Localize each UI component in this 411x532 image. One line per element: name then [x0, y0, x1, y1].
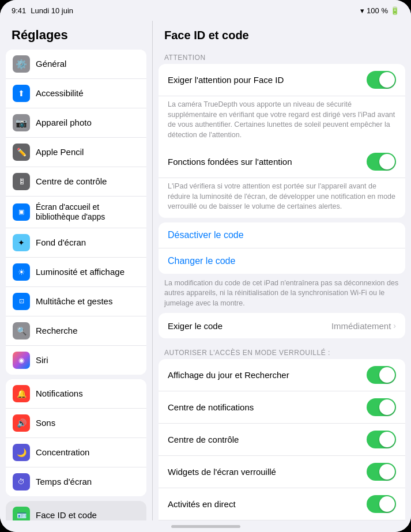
sidebar-item-apple-pencil[interactable]: ✏️ Apple Pencil — [6, 138, 146, 167]
row-deactivate-code[interactable]: Désactiver le code — [159, 222, 405, 248]
status-bar-left: 9:41 Lundi 10 juin — [12, 6, 141, 15]
card-require-code: Exiger le code Immédiatement › — [159, 313, 405, 338]
control-center-icon: 🎛 — [13, 173, 30, 190]
multitask-icon: ⊡ — [13, 293, 30, 310]
apple-pencil-icon: ✏️ — [13, 144, 30, 161]
sidebar-title: Réglages — [0, 21, 152, 47]
sidebar-item-focus[interactable]: 🌙 Concentration — [6, 438, 146, 467]
toggle-knob — [379, 432, 395, 447]
ipad-frame: 9:41 Lundi 10 juin ▾ 100 % 🔋 Réglages ⚙️… — [0, 0, 411, 532]
sidebar-item-notifications[interactable]: 🔔 Notifications — [6, 379, 146, 409]
sidebar-item-label: Sons — [36, 418, 55, 428]
sidebar-item-label: Temps d'écran — [36, 477, 92, 487]
face-id-icon: 🪪 — [13, 507, 30, 520]
sidebar-item-label: Siri — [36, 355, 48, 365]
row-live-activities[interactable]: Activités en direct — [159, 488, 405, 520]
card-code-actions: Désactiver le code Changer le code — [159, 222, 405, 274]
sidebar-item-search[interactable]: 🔍 Recherche — [6, 316, 146, 346]
require-attention-label: Exiger l'attention pour Face ID — [168, 75, 367, 85]
battery-icon: 🔋 — [390, 6, 399, 15]
row-control-center-lock[interactable]: Centre de contrôle — [159, 424, 405, 456]
sidebar-item-control-center[interactable]: 🎛 Centre de contrôle — [6, 167, 146, 197]
section-label-attention: ATTENTION — [153, 48, 411, 64]
card-attention: Exiger l'attention pour Face ID La camér… — [159, 64, 405, 218]
require-code-value: Immédiatement — [331, 321, 391, 331]
status-date: Lundi 10 juin — [31, 6, 73, 15]
sidebar-item-camera[interactable]: 📷 Appareil photo — [6, 108, 146, 138]
notif-center-label: Centre de notifications — [168, 402, 367, 412]
sidebar-group-2: 🔔 Notifications 🔊 Sons 🌙 Concentration ⏱… — [6, 379, 146, 496]
sidebar-item-face-id[interactable]: 🪪 Face ID et code — [6, 501, 146, 520]
detail-panel: Face ID et code ATTENTION Exiger l'atten… — [153, 21, 411, 520]
sidebar-item-label: Apple Pencil — [36, 147, 84, 157]
toggle-knob — [379, 496, 395, 512]
sidebar-item-label: Concentration — [36, 447, 89, 458]
sidebar-item-label: Général — [36, 59, 66, 69]
attention-features-toggle[interactable] — [367, 153, 396, 171]
sidebar-item-label: Appareil photo — [36, 118, 92, 128]
require-attention-desc: La caméra TrueDepth vous apporte un nive… — [159, 96, 405, 146]
home-bar — [171, 525, 240, 528]
sidebar-item-sounds[interactable]: 🔊 Sons — [6, 409, 146, 438]
sidebar-item-wallpaper[interactable]: ✦ Fond d'écran — [6, 228, 146, 258]
today-search-toggle[interactable] — [367, 366, 396, 384]
sidebar-item-general[interactable]: ⚙️ Général — [6, 50, 146, 79]
sidebar-item-label: Écran d'accueil et bibliothèque d'apps — [36, 202, 139, 222]
toggle-knob — [379, 367, 395, 383]
card-locked-access: Affichage du jour et Rechercher Centre d… — [159, 359, 405, 520]
search-icon: 🔍 — [13, 322, 30, 339]
sidebar-item-label: Fond d'écran — [36, 237, 86, 248]
sidebar-item-multitask[interactable]: ⊡ Multitâche et gestes — [6, 287, 146, 316]
wallpaper-icon: ✦ — [13, 234, 30, 251]
row-attention-features[interactable]: Fonctions fondées sur l'attention — [159, 146, 405, 178]
widgets-toggle[interactable] — [367, 463, 396, 481]
row-today-search[interactable]: Affichage du jour et Rechercher — [159, 359, 405, 391]
live-activities-toggle[interactable] — [367, 495, 396, 513]
sounds-icon: 🔊 — [13, 414, 30, 432]
require-attention-toggle[interactable] — [367, 71, 396, 89]
toggle-knob — [379, 72, 395, 88]
general-icon: ⚙️ — [13, 55, 30, 73]
notifications-icon: 🔔 — [13, 385, 30, 402]
sidebar-item-label: Recherche — [36, 326, 78, 336]
row-change-code[interactable]: Changer le code — [159, 248, 405, 274]
notif-center-toggle[interactable] — [367, 398, 396, 416]
detail-title: Face ID et code — [153, 21, 411, 48]
row-require-attention[interactable]: Exiger l'attention pour Face ID — [159, 64, 405, 96]
sidebar-group-1: ⚙️ Général ⬆ Accessibilité 📷 Appareil ph… — [6, 50, 146, 375]
today-search-label: Affichage du jour et Rechercher — [168, 370, 367, 380]
siri-icon: ◉ — [13, 352, 30, 369]
sidebar-item-home-screen[interactable]: ▣ Écran d'accueil et bibliothèque d'apps — [6, 197, 146, 228]
sidebar-item-label: Centre de contrôle — [36, 176, 107, 187]
chevron-icon: › — [393, 321, 396, 330]
sidebar-item-display[interactable]: ☀ Luminosité et affichage — [6, 258, 146, 287]
require-code-label: Exiger le code — [168, 321, 331, 331]
accessibility-icon: ⬆ — [13, 85, 30, 102]
status-bar-right: ▾ 100 % 🔋 — [270, 6, 399, 15]
sidebar-item-label: Multitâche et gestes — [36, 296, 112, 307]
focus-icon: 🌙 — [13, 444, 30, 461]
battery-text: 100 % — [367, 6, 388, 15]
camera-icon: 📷 — [13, 114, 30, 131]
sidebar-item-label: Accessibilité — [36, 88, 84, 99]
sidebar-item-siri[interactable]: ◉ Siri — [6, 346, 146, 375]
change-code-link: Changer le code — [168, 256, 235, 266]
live-activities-label: Activités en direct — [168, 499, 367, 509]
toggle-knob — [379, 399, 395, 415]
control-center-lock-toggle[interactable] — [367, 431, 396, 448]
main-content: Réglages ⚙️ Général ⬆ Accessibilité 📷 Ap… — [0, 21, 411, 520]
section-label-locked: AUTORISER L'ACCÈS EN MODE VERROUILLÉ : — [153, 343, 411, 359]
wifi-icon: ▾ — [360, 6, 364, 15]
row-notif-center[interactable]: Centre de notifications — [159, 391, 405, 424]
deactivate-code-link: Désactiver le code — [168, 230, 244, 240]
row-require-code[interactable]: Exiger le code Immédiatement › — [159, 313, 405, 338]
attention-features-label: Fonctions fondées sur l'attention — [168, 157, 367, 167]
sidebar-group-3: 🪪 Face ID et code 🤚 Confidentialité et s… — [6, 501, 146, 520]
sidebar-item-accessibility[interactable]: ⬆ Accessibilité — [6, 79, 146, 108]
home-indicator — [0, 520, 411, 532]
status-time: 9:41 — [12, 6, 26, 15]
control-center-lock-label: Centre de contrôle — [168, 435, 367, 444]
widgets-label: Widgets de l'écran verrouillé — [168, 467, 367, 477]
row-widgets[interactable]: Widgets de l'écran verrouillé — [159, 456, 405, 488]
sidebar-item-screen-time[interactable]: ⏱ Temps d'écran — [6, 467, 146, 496]
